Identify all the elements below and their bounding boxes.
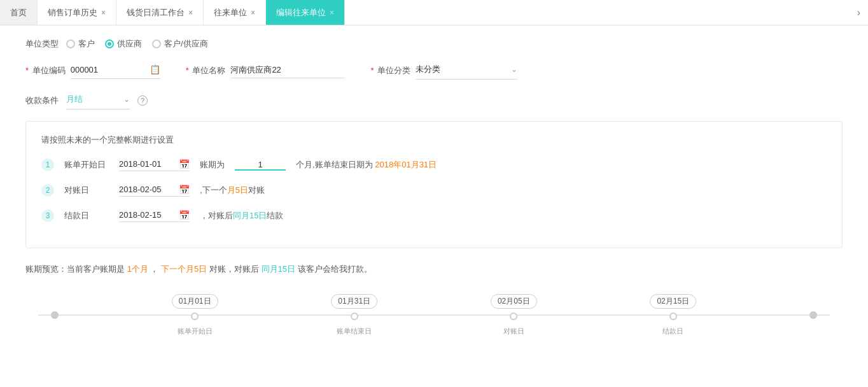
chevron-down-icon: ⌄ bbox=[511, 65, 517, 74]
calendar-icon-2[interactable]: 📅 bbox=[179, 185, 190, 195]
timeline-node-reconcile: 02月05日 对账日 bbox=[491, 294, 537, 336]
calendar-icon-1[interactable]: 📅 bbox=[179, 159, 190, 169]
tab-sales-order-history[interactable]: 销售订单历史 × bbox=[38, 0, 116, 25]
reconcile-date-value: 2018-02-05 bbox=[119, 185, 176, 194]
preview-part2: 下一个月5日 bbox=[161, 264, 207, 274]
settle-date-input-wrap: 2018-02-15 📅 bbox=[119, 210, 190, 222]
preview-part1: 1个月 bbox=[127, 264, 148, 274]
timeline-circle-end bbox=[351, 313, 358, 320]
timeline-label-settle: 结款日 bbox=[662, 327, 683, 336]
calendar-icon-3[interactable]: 📅 bbox=[179, 210, 190, 220]
close-icon[interactable]: × bbox=[188, 8, 193, 17]
timeline-label-reconcile: 对账日 bbox=[503, 327, 524, 336]
unit-category-label: * 单位分类 bbox=[370, 65, 410, 76]
tab-home[interactable]: 首页 bbox=[0, 0, 38, 25]
timeline-date-end: 01月31日 bbox=[331, 294, 377, 309]
period-input[interactable] bbox=[235, 160, 286, 171]
timeline-node-settle: 02月15日 结款日 bbox=[650, 294, 696, 336]
period-settings-box: 请按照未来的一个完整帐期进行设置 1 账单开始日 2018-01-01 📅 账期… bbox=[25, 121, 843, 248]
unit-type-label: 单位类型 bbox=[25, 38, 59, 50]
preview-part3: 同月15日 bbox=[262, 264, 295, 274]
period-end-date: 2018年01月31日 bbox=[375, 160, 437, 169]
unit-name-group: * 单位名称 bbox=[186, 63, 346, 78]
timeline-circle-reconcile bbox=[510, 313, 517, 320]
close-icon[interactable]: × bbox=[101, 8, 106, 17]
start-date-value: 2018-01-01 bbox=[119, 159, 176, 169]
unit-type-row: 单位类型 客户 供应商 客户/供应商 bbox=[25, 38, 843, 50]
timeline-node-end: 01月31日 账单结束日 bbox=[331, 294, 377, 336]
row-num-3: 3 bbox=[41, 209, 54, 222]
unit-category-group: * 单位分类 未分类 ⌄ bbox=[370, 61, 517, 80]
section-title: 请按照未来的一个完整帐期进行设置 bbox=[41, 134, 827, 146]
tab-counterparty[interactable]: 往来单位 × bbox=[204, 0, 266, 25]
field-label-start: 账单开始日 bbox=[64, 159, 109, 171]
chevron-down-icon-2: ⌄ bbox=[123, 95, 130, 104]
row-num-1: 1 bbox=[41, 158, 54, 171]
period-label: 账期为 bbox=[200, 159, 225, 171]
reconcile-date-input-wrap: 2018-02-05 📅 bbox=[119, 185, 190, 197]
unit-name-input[interactable] bbox=[230, 63, 345, 78]
unit-name-label: * 单位名称 bbox=[186, 65, 226, 76]
unit-code-label: * 单位编码 bbox=[25, 65, 66, 76]
timeline-label-end: 账单结束日 bbox=[337, 327, 372, 336]
radio-supplier[interactable]: 供应商 bbox=[105, 38, 142, 50]
payment-terms-select[interactable]: 月结 ⌄ bbox=[66, 91, 130, 109]
timeline-date-reconcile: 02月05日 bbox=[491, 294, 537, 309]
radio-customer[interactable]: 客户 bbox=[66, 38, 95, 50]
main-content: 单位类型 客户 供应商 客户/供应商 * 单位编码 📋 bbox=[0, 25, 868, 387]
period-unit: 个月,账单结束日期为 2018年01月31日 bbox=[296, 159, 437, 171]
settle-date-value: 2018-02-15 bbox=[119, 210, 176, 220]
unit-type-radio-group: 客户 供应商 客户/供应商 bbox=[66, 38, 208, 50]
unit-category-value: 未分类 bbox=[416, 61, 508, 78]
timeline-endpoint-right bbox=[809, 311, 817, 319]
account-start-row: 1 账单开始日 2018-01-01 📅 账期为 个月,账单结束日期为 2018… bbox=[41, 158, 827, 171]
timeline-circle-start bbox=[191, 313, 199, 320]
unit-code-input[interactable] bbox=[71, 62, 147, 77]
help-icon[interactable]: ? bbox=[137, 95, 148, 106]
unit-code-input-wrapper: 📋 bbox=[71, 62, 160, 79]
radio-circle-both bbox=[152, 39, 161, 48]
radio-circle-customer bbox=[66, 39, 75, 48]
radio-circle-supplier bbox=[105, 39, 114, 48]
unit-details-row: * 单位编码 📋 * 单位名称 * 单位分类 未分类 ⌄ bbox=[25, 61, 843, 80]
field-label-reconcile: 对账日 bbox=[64, 185, 109, 196]
required-star-3: * bbox=[370, 66, 374, 75]
tab-edit-counterparty[interactable]: 编辑往来单位 × bbox=[266, 0, 345, 25]
timeline-endpoint-left bbox=[51, 311, 59, 319]
preview-text: 账期预览：当前客户账期是 1个月 ， 下一个月5日 对账，对账后 同月15日 该… bbox=[25, 258, 843, 275]
payment-terms-value: 月结 bbox=[66, 91, 121, 108]
settlement-row: 3 结款日 2018-02-15 📅 ，对账后同月15日结款 bbox=[41, 209, 827, 222]
close-icon[interactable]: × bbox=[330, 8, 334, 17]
timeline-node-start: 01月01日 账单开始日 bbox=[172, 294, 218, 336]
payment-terms-label: 收款条件 bbox=[25, 95, 59, 106]
radio-both[interactable]: 客户/供应商 bbox=[152, 38, 208, 50]
timeline-nodes: 01月01日 账单开始日 01月31日 账单结束日 02月05日 对账日 02月… bbox=[51, 294, 817, 336]
tab-cash-ledger[interactable]: 钱货日清工作台 × bbox=[116, 0, 204, 25]
timeline-date-settle: 02月15日 bbox=[650, 294, 696, 309]
timeline-circle-settle bbox=[669, 313, 677, 320]
timeline: 01月01日 账单开始日 01月31日 账单结束日 02月05日 对账日 02月… bbox=[25, 288, 843, 342]
reconcile-desc: ,下一个月5日对账 bbox=[200, 185, 265, 196]
settle-desc: ，对账后同月15日结款 bbox=[200, 210, 283, 222]
tab-bar: 首页 销售订单历史 × 钱货日清工作台 × 往来单位 × 编辑往来单位 × › bbox=[0, 0, 868, 25]
timeline-label-start: 账单开始日 bbox=[178, 327, 213, 336]
row-num-2: 2 bbox=[41, 184, 54, 197]
timeline-date-start: 01月01日 bbox=[172, 294, 218, 309]
start-date-input-wrap: 2018-01-01 📅 bbox=[119, 159, 190, 171]
payment-terms-row: 收款条件 月结 ⌄ ? bbox=[25, 91, 843, 109]
copy-icon[interactable]: 📋 bbox=[150, 64, 160, 74]
required-star: * bbox=[25, 66, 29, 75]
reconciliation-row: 2 对账日 2018-02-05 📅 ,下一个月5日对账 bbox=[41, 184, 827, 197]
field-label-settle: 结款日 bbox=[64, 210, 109, 222]
required-star-2: * bbox=[186, 66, 189, 75]
expand-tabs-button[interactable]: › bbox=[850, 0, 868, 25]
unit-category-select[interactable]: 未分类 ⌄ bbox=[416, 61, 517, 80]
unit-code-group: * 单位编码 📋 bbox=[25, 62, 160, 79]
close-icon[interactable]: × bbox=[251, 8, 255, 17]
